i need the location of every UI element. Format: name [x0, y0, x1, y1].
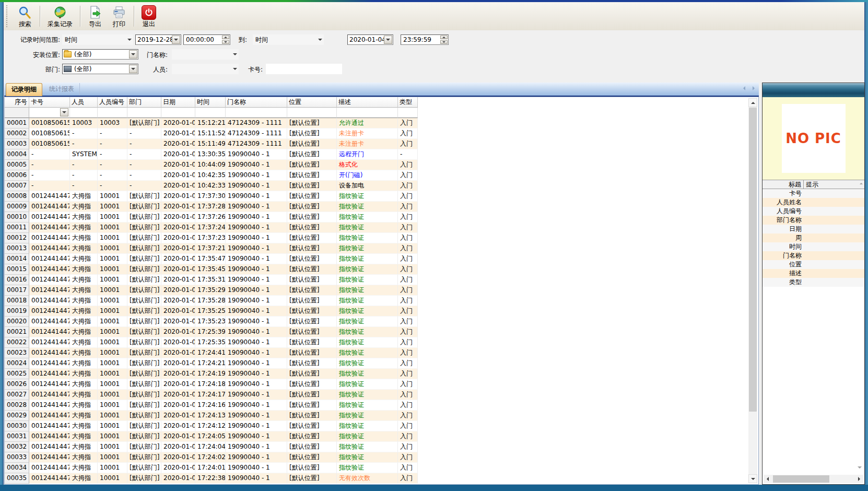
table-row[interactable]: 000020010850615---2020-01-0315:11:524712…	[5, 128, 758, 139]
cell-department: [默认部门]	[127, 473, 161, 484]
table-row[interactable]: 000340012441447大拇指10001[默认部门]2020-01-021…	[5, 463, 758, 473]
table-row[interactable]: 000240012441447大拇指10001[默认部门]2020-01-021…	[5, 358, 758, 369]
table-row[interactable]: 000140012441447大拇指10001[默认部门]2020-01-021…	[5, 254, 758, 264]
detail-field-row[interactable]: 日期	[763, 225, 864, 233]
table-row[interactable]: 0000100108506151000310003[默认部门]2020-01-0…	[5, 118, 758, 128]
cell-location: [默认位置]	[287, 421, 337, 431]
collect-records-button[interactable]: 采集记录	[43, 3, 77, 29]
table-row[interactable]: 000270012441447大拇指10001[默认部门]2020-01-021…	[5, 390, 758, 400]
scrollbar-thumb[interactable]	[773, 475, 829, 483]
table-row[interactable]: 000130012441447大拇指10001[默认部门]2020-01-021…	[5, 243, 758, 254]
table-row[interactable]: 000290012441447大拇指10001[默认部门]2020-01-021…	[5, 411, 758, 421]
column-header-location[interactable]: 位置	[287, 97, 337, 108]
table-row[interactable]: 000330012441447大拇指10001[默认部门]2020-01-021…	[5, 452, 758, 463]
detail-field-row[interactable]: 人员编号	[763, 207, 864, 216]
exit-button[interactable]: 退出	[137, 3, 161, 29]
column-header-door-name[interactable]: 门名称	[226, 97, 287, 108]
start-time-down-icon[interactable]	[222, 40, 229, 44]
column-header-time[interactable]: 时间	[195, 97, 226, 108]
card-filter-dropdown-icon[interactable]	[60, 108, 68, 116]
table-row[interactable]: 000280012441447大拇指10001[默认部门]2020-01-021…	[5, 400, 758, 411]
detail-field-row[interactable]: 部门名称	[763, 216, 864, 225]
detail-scroll-up-icon[interactable]	[860, 183, 863, 184]
tab-statistics-report[interactable]: 统计报表	[44, 83, 80, 96]
start-time-spinner[interactable]: 00:00:00	[183, 34, 230, 45]
column-header-card-no[interactable]: 卡号	[29, 97, 70, 108]
table-row[interactable]: 000350012441447大拇指10001[默认部门]2020-01-021…	[5, 473, 758, 484]
table-row[interactable]: 000260012441447大拇指10001[默认部门]2020-01-021…	[5, 379, 758, 390]
range-type-combobox[interactable]: 时间	[62, 34, 133, 45]
table-row[interactable]: 000230012441447大拇指10001[默认部门]2020-01-021…	[5, 348, 758, 358]
detail-field-row[interactable]: 描述	[763, 269, 864, 278]
table-row[interactable]: 000160012441447大拇指10001[默认部门]2020-01-021…	[5, 275, 758, 285]
table-row[interactable]: 000150012441447大拇指10001[默认部门]2020-01-021…	[5, 264, 758, 275]
table-row[interactable]: 000120012441447大拇指10001[默认部门]2020-01-021…	[5, 233, 758, 243]
column-header-type[interactable]: 类型	[398, 97, 418, 108]
table-row[interactable]: 000190012441447大拇指10001[默认部门]2020-01-021…	[5, 306, 758, 317]
door-name-combobox[interactable]	[172, 49, 239, 60]
start-time-up-icon[interactable]	[222, 36, 229, 39]
table-row[interactable]: 000220012441447大拇指10001[默认部门]2020-01-021…	[5, 337, 758, 348]
end-range-type-combobox[interactable]: 时间	[253, 34, 324, 45]
column-header-department[interactable]: 部门	[127, 97, 161, 108]
card-number-input[interactable]	[266, 64, 342, 74]
person-combobox[interactable]	[172, 64, 239, 74]
table-row[interactable]: 000200012441447大拇指10001[默认部门]2020-01-021…	[5, 317, 758, 327]
print-button[interactable]: 打印	[107, 3, 131, 29]
install-location-dropdown-icon[interactable]	[129, 50, 137, 59]
detail-field-row[interactable]: 时间	[763, 242, 864, 251]
scrollbar-thumb[interactable]	[749, 108, 757, 412]
table-row[interactable]: 000110012441447大拇指10001[默认部门]2020-01-021…	[5, 223, 758, 233]
tab-scroll-left-icon[interactable]	[743, 86, 745, 90]
column-header-seq[interactable]: 序号	[5, 97, 29, 108]
table-vertical-scrollbar[interactable]	[748, 98, 757, 483]
column-header-date[interactable]: 日期	[161, 97, 195, 108]
table-row[interactable]: 00007----2020-01-0310:42:3319090040 - 1[…	[5, 181, 758, 191]
table-row[interactable]: 000090012441447大拇指10001[默认部门]2020-01-021…	[5, 202, 758, 212]
column-header-person[interactable]: 人员	[70, 97, 98, 108]
search-button[interactable]: 搜索	[13, 3, 37, 29]
tab-record-detail[interactable]: 记录明细	[6, 83, 42, 96]
end-time-down-icon[interactable]	[440, 40, 448, 44]
table-row[interactable]: 000030010850615---2020-01-0315:11:494712…	[5, 139, 758, 149]
table-row[interactable]: 000210012441447大拇指10001[默认部门]2020-01-021…	[5, 327, 758, 337]
table-row[interactable]: 000080012441447大拇指10001[默认部门]2020-01-021…	[5, 191, 758, 202]
tab-scroll-right-icon[interactable]	[753, 86, 755, 90]
table-row[interactable]: 00006----2020-01-0310:42:3519090040 - 1[…	[5, 170, 758, 181]
end-time-up-icon[interactable]	[440, 36, 448, 39]
filter-cell-card-no[interactable]	[29, 108, 70, 118]
table-row[interactable]: 000310012441447大拇指10001[默认部门]2020-01-021…	[5, 431, 758, 442]
table-row[interactable]: 000170012441447大拇指10001[默认部门]2020-01-021…	[5, 285, 758, 296]
scroll-right-icon[interactable]	[855, 475, 863, 483]
column-header-description[interactable]: 描述	[337, 97, 398, 108]
detail-field-row[interactable]: 类型	[763, 278, 864, 287]
table-row[interactable]: 00004-SYSTEM--2020-01-0313:30:3519090040…	[5, 149, 758, 160]
table-row[interactable]: 000320012441447大拇指10001[默认部门]2020-01-021…	[5, 442, 758, 452]
detail-field-row[interactable]: 门名称	[763, 251, 864, 260]
scroll-left-icon[interactable]	[764, 475, 772, 483]
start-date-picker[interactable]: 2019-12-28	[135, 34, 181, 45]
start-date-dropdown-icon[interactable]	[172, 36, 180, 44]
toolbar-grip[interactable]	[6, 5, 9, 27]
column-header-person-id[interactable]: 人员编号	[98, 97, 127, 108]
detail-field-row[interactable]: 位置	[763, 260, 864, 269]
detail-field-row[interactable]: 人员姓名	[763, 198, 864, 207]
table-row[interactable]: 000180012441447大拇指10001[默认部门]2020-01-021…	[5, 296, 758, 306]
table-row[interactable]: 000250012441447大拇指10001[默认部门]2020-01-021…	[5, 369, 758, 379]
table-row[interactable]: 000300012441447大拇指10001[默认部门]2020-01-021…	[5, 421, 758, 431]
table-row[interactable]: 000100012441447大拇指10001[默认部门]2020-01-021…	[5, 212, 758, 223]
detail-scroll-down-icon[interactable]	[858, 466, 862, 469]
scroll-down-icon[interactable]	[748, 474, 757, 483]
export-button[interactable]: 导出	[83, 3, 107, 29]
detail-field-row[interactable]: 卡号	[763, 189, 864, 198]
end-time-spinner[interactable]: 23:59:59	[401, 34, 449, 45]
scroll-up-icon[interactable]	[748, 98, 757, 107]
department-dropdown-icon[interactable]	[129, 65, 137, 73]
detail-horizontal-scrollbar[interactable]	[764, 475, 863, 483]
department-combobox[interactable]: (全部)	[62, 64, 138, 74]
detail-field-row[interactable]: 周	[763, 233, 864, 242]
install-location-combobox[interactable]: (全部)	[62, 49, 138, 60]
end-date-picker[interactable]: 2020-01-04	[347, 34, 393, 45]
end-date-dropdown-icon[interactable]	[384, 36, 392, 44]
table-row[interactable]: 00005----2020-01-0310:44:0919090040 - 1[…	[5, 160, 758, 170]
